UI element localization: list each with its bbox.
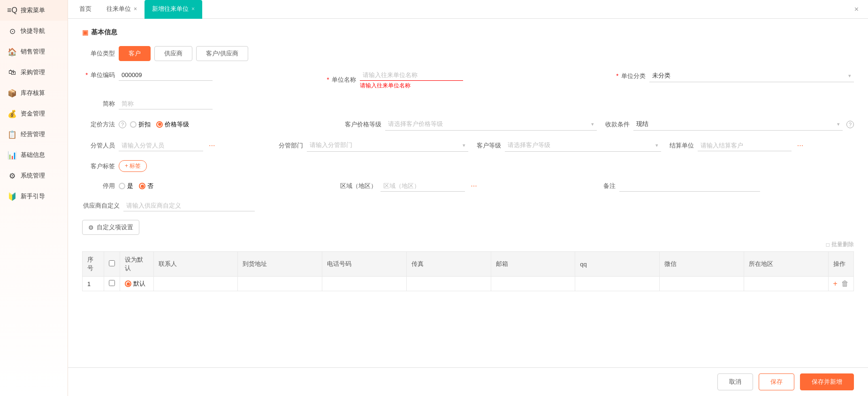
tab-new-partner[interactable]: 新增往来单位 × — [145, 0, 202, 19]
customer-price-level-select[interactable]: 请选择客户价格等级 ▾ — [385, 118, 596, 131]
short-name-input[interactable] — [119, 98, 213, 109]
tab-new-partner-close[interactable]: × — [191, 6, 195, 12]
finance-icon: 💰 — [8, 109, 17, 118]
radio-price-level-dot — [158, 123, 161, 126]
radio-discount-circle — [130, 121, 137, 128]
col-checkbox — [104, 252, 120, 277]
row-wechat-input[interactable] — [664, 280, 739, 287]
disabled-row: 停用 是 否 区域（地区） — [82, 180, 854, 192]
batch-delete-label[interactable]: 批量删除 — [831, 241, 854, 248]
settlement-unit-more-btn[interactable]: ··· — [795, 141, 805, 150]
department-select[interactable]: 请输入分管部门 ▾ — [307, 139, 468, 152]
tab-partners-close[interactable]: × — [134, 6, 137, 12]
row-contact[interactable] — [153, 277, 238, 291]
pricing-radio-group: 折扣 价格等级 — [130, 120, 189, 129]
settlement-unit-input[interactable] — [698, 140, 792, 151]
payment-terms-help-icon[interactable]: ? — [846, 121, 854, 128]
unit-code-field: * 单位编码 — [82, 70, 323, 81]
custom-settings-label: 自定义项设置 — [97, 223, 133, 232]
row-fax[interactable] — [406, 277, 491, 291]
custom-settings-button[interactable]: ⚙ 自定义项设置 — [82, 220, 139, 235]
manager-input[interactable] — [119, 140, 203, 151]
radio-price-level[interactable]: 价格等级 — [156, 120, 189, 129]
customer-level-field: 客户等级 请选择客户等级 ▾ — [468, 139, 661, 152]
row-region-input[interactable] — [749, 280, 823, 287]
row-email-input[interactable] — [496, 280, 571, 287]
sidebar-item-inventory[interactable]: 📦 库存核算 — [0, 83, 68, 103]
sidebar-item-sales[interactable]: 🏠 销售管理 — [0, 41, 68, 62]
header-checkbox[interactable] — [109, 260, 115, 266]
region-more-btn[interactable]: ··· — [469, 182, 479, 190]
sidebar-item-search[interactable]: ≡Q 搜索菜单 — [0, 0, 68, 21]
payment-terms-select[interactable]: 现结 ▾ — [633, 118, 843, 131]
row-address[interactable] — [238, 277, 322, 291]
manager-row: 分管人员 ··· 分管部门 请输入分管部门 ▾ 客户等级 请选择客户等级 ▾ — [82, 139, 854, 152]
customer-level-select[interactable]: 请选择客户等级 ▾ — [505, 139, 661, 152]
table-row: 1 默认 — [83, 277, 854, 291]
cancel-button[interactable]: 取消 — [717, 373, 753, 390]
radio-yes-label: 是 — [127, 182, 133, 190]
unit-btn-customer[interactable]: 客户 — [119, 46, 151, 61]
pricing-help-icon[interactable]: ? — [119, 121, 126, 128]
remark-field: 备注 — [597, 180, 854, 192]
row-region[interactable] — [744, 277, 828, 291]
unit-type-group: 客户 供应商 客户/供应商 — [119, 46, 248, 61]
customer-price-level-field: 客户价格等级 请选择客户价格等级 ▾ — [339, 118, 596, 131]
purchase-icon: 🛍 — [8, 68, 17, 77]
department-label: 分管部门 — [275, 141, 303, 150]
radio-yes[interactable]: 是 — [119, 182, 133, 190]
row-checkbox — [104, 277, 120, 291]
sidebar-item-system[interactable]: ⚙ 系统管理 — [0, 165, 68, 186]
row-default-radio[interactable]: 默认 — [125, 280, 149, 288]
supplier-custom-input[interactable] — [123, 200, 255, 211]
save-new-button[interactable]: 保存并新增 — [800, 373, 854, 390]
row-default-dot — [127, 282, 130, 286]
row-qq[interactable] — [575, 277, 660, 291]
unit-code-input[interactable] — [119, 70, 213, 81]
row-qq-input[interactable] — [580, 280, 655, 287]
row-add-btn[interactable]: + — [833, 280, 838, 288]
unit-type-label: 单位类型 — [82, 49, 115, 58]
sidebar-item-quick-nav[interactable]: ⊙ 快捷导航 — [0, 21, 68, 41]
row-contact-input[interactable] — [159, 280, 233, 287]
inventory-icon: 📦 — [8, 88, 17, 98]
operations-icon: 📋 — [8, 130, 17, 139]
radio-discount[interactable]: 折扣 — [130, 120, 151, 129]
sidebar-item-finance[interactable]: 💰 资金管理 — [0, 103, 68, 124]
radio-no-circle — [139, 183, 145, 189]
unit-category-select[interactable]: 未分类 ▾ — [649, 70, 854, 82]
window-close-button[interactable]: × — [849, 5, 864, 14]
unit-btn-both[interactable]: 客户/供应商 — [196, 46, 248, 61]
row-delete-btn[interactable]: 🗑 — [841, 280, 849, 288]
sidebar-label-system: 系统管理 — [21, 171, 45, 180]
sidebar-item-operations[interactable]: 📋 经营管理 — [0, 124, 68, 145]
gear-icon: ⚙ — [88, 224, 94, 231]
sidebar-item-beginner[interactable]: 🔰 新手引导 — [0, 186, 68, 207]
radio-no[interactable]: 否 — [139, 182, 153, 190]
col-default: 设为默认 — [120, 252, 154, 277]
sidebar-item-purchase[interactable]: 🛍 采购管理 — [0, 62, 68, 83]
unit-name-input[interactable] — [360, 70, 463, 81]
sidebar-item-basic-info[interactable]: 📊 基础信息 — [0, 145, 68, 165]
tab-partners[interactable]: 往来单位 × — [99, 0, 145, 19]
remark-input[interactable] — [619, 180, 760, 192]
tab-home[interactable]: 首页 — [72, 0, 99, 19]
pricing-method-field: 定价方法 ? 折扣 价格等级 — [82, 120, 339, 129]
row-email[interactable] — [491, 277, 575, 291]
quick-nav-icon: ⊙ — [8, 26, 17, 36]
row-address-input[interactable] — [243, 280, 317, 287]
add-tag-button[interactable]: + 标签 — [119, 160, 147, 172]
row-wechat[interactable] — [660, 277, 744, 291]
col-seq: 序号 — [83, 252, 104, 277]
unit-name-field: * 单位名称 请输入往来单位名称 — [323, 70, 613, 90]
add-tag-label: + 标签 — [125, 162, 141, 170]
row-phone-input[interactable] — [327, 280, 402, 287]
save-button[interactable]: 保存 — [759, 373, 794, 390]
row-fax-input[interactable] — [411, 280, 486, 287]
manager-more-btn[interactable]: ··· — [207, 141, 217, 150]
unit-btn-supplier[interactable]: 供应商 — [154, 46, 192, 61]
row-phone[interactable] — [322, 277, 407, 291]
row-checkbox-1[interactable] — [109, 280, 115, 286]
row-seq: 1 — [83, 277, 104, 291]
region-input[interactable] — [381, 180, 465, 192]
